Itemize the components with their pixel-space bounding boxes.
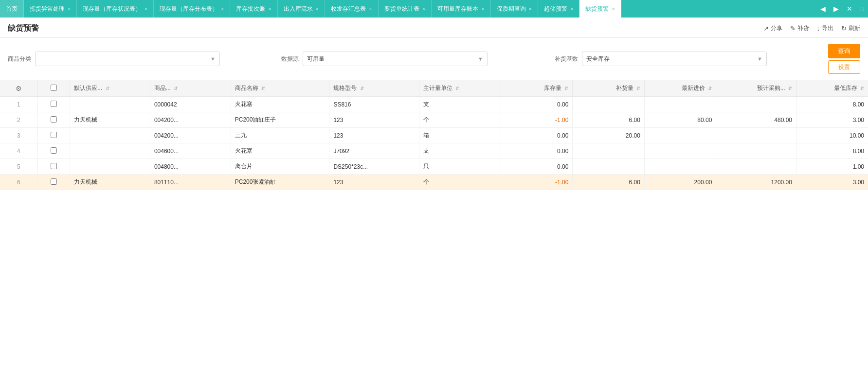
tab-inout[interactable]: 出入库流水× <box>278 0 325 18</box>
tab-label-exception: 拣货异常处理 <box>30 5 65 13</box>
row-select-2[interactable] <box>51 116 57 123</box>
row-unit-6: 个 <box>419 175 501 190</box>
tab-close-collect[interactable]: × <box>369 6 372 12</box>
row-supplier-5 <box>70 159 150 175</box>
col-header-name: 商品名称 ⇵ <box>231 80 329 97</box>
row-checkbox-5[interactable] <box>37 159 70 175</box>
sort-supplier-icon[interactable]: ⇵ <box>106 86 109 91</box>
tab-close-shortage[interactable]: × <box>612 6 615 12</box>
row-select-6[interactable] <box>51 178 57 185</box>
share-icon: ↗ <box>763 25 769 32</box>
tab-order-stat[interactable]: 要货单统计表× <box>379 0 432 18</box>
tab-close-exception[interactable]: × <box>68 6 71 12</box>
tab-label-order-stat: 要货单统计表 <box>384 5 419 13</box>
category-chevron-icon: ▼ <box>210 56 216 62</box>
row-select-4[interactable] <box>51 147 57 154</box>
row-checkbox-1[interactable] <box>37 97 70 112</box>
tab-next-button[interactable]: ▶ <box>830 0 843 18</box>
tab-label-avail-ledger: 可用量库存账本 <box>437 5 478 13</box>
sort-minstock-icon[interactable]: ⇵ <box>860 86 864 91</box>
share-button[interactable]: ↗ 分享 <box>763 24 782 33</box>
query-button[interactable]: 查询 <box>828 44 860 58</box>
sort-replenish-icon[interactable]: ⇵ <box>636 86 640 91</box>
settings-button[interactable]: 设置 <box>828 60 860 74</box>
row-replenish-6: 6.00 <box>573 175 644 190</box>
row-price-4 <box>644 143 716 159</box>
tab-stock-dist[interactable]: 现存量（库存分布表）× <box>154 0 230 18</box>
data-table: ⚙ 默认供应... ⇵ 商品... ⇵ 商品名称 ⇵ <box>0 80 868 190</box>
tab-avail-ledger[interactable]: 可用量库存账本× <box>432 0 490 18</box>
tab-close-expiry[interactable]: × <box>529 6 532 12</box>
row-purchase-3 <box>716 128 796 143</box>
row-spec-5: DS250*23c... <box>329 159 419 175</box>
replenish-button[interactable]: ✎ 补货 <box>790 24 809 33</box>
tab-maximize-button[interactable]: □ <box>856 0 868 18</box>
col-settings: ⚙ <box>0 80 37 97</box>
sort-stock-icon[interactable]: ⇵ <box>564 86 568 91</box>
tab-close-batch[interactable]: × <box>268 6 271 12</box>
tab-close-button[interactable]: ✕ <box>843 0 856 18</box>
row-unit-1: 支 <box>419 97 501 112</box>
tab-stock-status[interactable]: 现存量（库存状况表）× <box>77 0 153 18</box>
tab-collect[interactable]: 收发存汇总表× <box>325 0 378 18</box>
tab-batch[interactable]: 库存批次账× <box>230 0 277 18</box>
category-select[interactable]: ▼ <box>35 52 220 66</box>
row-checkbox-2[interactable] <box>37 112 70 128</box>
table-gear-icon[interactable]: ⚙ <box>16 85 22 92</box>
row-unit-2: 个 <box>419 112 501 128</box>
filter-row: 商品分类 ▼ 数据源 可用量 ▼ 补货基数 安全库存 ▼ 查询 设置 <box>0 38 868 80</box>
sort-name-icon[interactable]: ⇵ <box>261 86 265 91</box>
select-all-checkbox[interactable] <box>51 85 57 91</box>
sort-code-icon[interactable]: ⇵ <box>174 86 178 91</box>
tab-expiry[interactable]: 保质期查询× <box>491 0 538 18</box>
row-minstock-4: 8.00 <box>796 143 868 159</box>
row-index-4: 4 <box>0 143 37 159</box>
col-header-code: 商品... ⇵ <box>150 80 231 97</box>
row-price-5 <box>644 159 716 175</box>
tab-shortage[interactable]: 缺货预警× <box>579 0 621 18</box>
header-actions: ↗ 分享 ✎ 补货 ↓ 导出 ↻ 刷新 <box>763 24 861 33</box>
row-index-6: 6 <box>0 175 37 190</box>
tab-close-overstock[interactable]: × <box>570 6 573 12</box>
row-name-3: 三九 <box>231 128 329 143</box>
datasource-select-value: 可用量 <box>307 55 325 63</box>
refresh-button[interactable]: ↻ 刷新 <box>841 24 860 33</box>
tab-exception[interactable]: 拣货异常处理× <box>24 0 77 18</box>
tab-home[interactable]: 首页 <box>0 0 24 18</box>
row-code-6: 801110... <box>150 175 231 190</box>
tab-close-order-stat[interactable]: × <box>422 6 425 12</box>
tab-overstock[interactable]: 超储预警× <box>538 0 579 18</box>
tab-prev-button[interactable]: ◀ <box>816 0 830 18</box>
row-checkbox-6[interactable] <box>37 175 70 190</box>
row-replenish-3: 20.00 <box>573 128 644 143</box>
row-name-4: 火花塞 <box>231 143 329 159</box>
row-spec-6: 123 <box>329 175 419 190</box>
datasource-select[interactable]: 可用量 ▼ <box>303 52 488 66</box>
tab-close-stock-status[interactable]: × <box>144 6 147 12</box>
row-supplier-4 <box>70 143 150 159</box>
row-code-4: 004600... <box>150 143 231 159</box>
row-code-1: 0000042 <box>150 97 231 112</box>
datasource-label: 数据源 <box>281 55 299 63</box>
row-checkbox-3[interactable] <box>37 128 70 143</box>
row-name-6: PC200张紧油缸 <box>231 175 329 190</box>
tab-label-collect: 收发存汇总表 <box>331 5 366 13</box>
export-button[interactable]: ↓ 导出 <box>817 24 834 33</box>
row-select-1[interactable] <box>51 101 57 107</box>
tab-close-inout[interactable]: × <box>316 6 319 12</box>
row-select-3[interactable] <box>51 132 57 138</box>
sort-price-icon[interactable]: ⇵ <box>708 86 712 91</box>
row-replenish-1 <box>573 97 644 112</box>
table-row: 3 004200... 三九 123 箱 0.00 20.00 10.00 <box>0 128 868 143</box>
sort-purchase-icon[interactable]: ⇵ <box>788 86 792 91</box>
tab-close-avail-ledger[interactable]: × <box>481 6 484 12</box>
row-purchase-4 <box>716 143 796 159</box>
row-supplier-2: 力天机械 <box>70 112 150 128</box>
sort-spec-icon[interactable]: ⇵ <box>360 86 364 91</box>
row-unit-5: 只 <box>419 159 501 175</box>
sort-unit-icon[interactable]: ⇵ <box>455 86 459 91</box>
row-checkbox-4[interactable] <box>37 143 70 159</box>
tab-close-stock-dist[interactable]: × <box>221 6 224 12</box>
replenish-base-select[interactable]: 安全库存 ▼ <box>582 52 767 66</box>
row-select-5[interactable] <box>51 163 57 169</box>
